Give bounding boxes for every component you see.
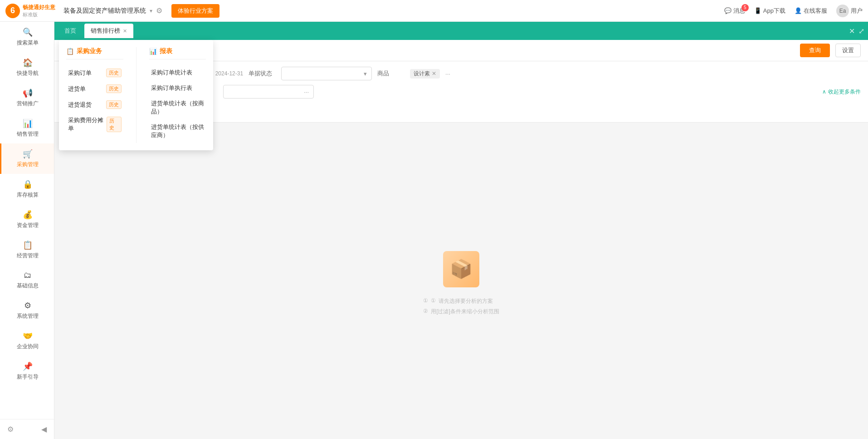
collapse-icon: ∧	[822, 89, 826, 95]
sidebar-settings-btn[interactable]: ⚙	[7, 425, 14, 434]
menu-section-reports: 📊 报表 采购订单统计表 采购订单执行表 进货单统计表（按商品） 进货单统计表（…	[149, 47, 206, 143]
menu-section-purchase-title: 📋 采购业务	[66, 47, 123, 59]
finance-icon: 💰	[23, 210, 33, 220]
voucher-status-label: 单据状态	[249, 69, 276, 78]
sidebar-item-purchase[interactable]: 🛒 采购管理	[0, 143, 54, 174]
logo-icon: 6	[5, 4, 20, 18]
salesperson-dots[interactable]: ···	[304, 89, 309, 95]
sidebar: 🔍 搜索菜单 🏠 快捷导航 📢 营销推广 📊 销售管理 🛒 采购管理 🔒 库存核…	[0, 22, 54, 439]
sidebar-item-system[interactable]: ⚙ 系统管理	[0, 295, 54, 326]
tab-sales-ranking[interactable]: 销售排行榜 ✕	[84, 24, 133, 38]
goods-dots[interactable]: ···	[445, 70, 450, 77]
empty-hint-1: ① 请先选择要分析的方案	[423, 297, 493, 305]
goods-tags: 设计素 ✕	[410, 69, 440, 79]
sidebar-bottom: ⚙ ◀	[0, 419, 54, 439]
menu-divider	[136, 47, 137, 143]
purchase-icon: 🛒	[23, 149, 33, 159]
menu-item-incoming-stats-supplier[interactable]: 进货单统计表（按供应商）	[149, 119, 206, 143]
setting-button[interactable]: 设置	[835, 44, 861, 57]
sales-icon: 📊	[23, 118, 33, 128]
app-download-btn[interactable]: 📱 App下载	[754, 7, 785, 15]
tab-home[interactable]: 首页	[58, 24, 83, 38]
menu-item-incoming[interactable]: 进货单 历史	[66, 81, 123, 97]
sidebar-item-quick-nav[interactable]: 🏠 快捷导航	[0, 52, 54, 83]
basic-info-icon: 🗂	[24, 271, 32, 280]
empty-hints: ① 请先选择要分析的方案 ② 用[过滤]条件来缩小分析范围	[423, 297, 499, 316]
tab-actions: ✕ ⤢	[849, 27, 864, 35]
menu-item-purchase-expense[interactable]: 采购费用分摊单 历史	[66, 113, 123, 136]
salesperson-input[interactable]: ···	[223, 85, 314, 99]
menu-section-purchase: 📋 采购业务 采购订单 历史 进货单 历史 进货退货 历史 采购费用分摊单 历史	[66, 47, 123, 143]
menu-section-reports-title: 📊 报表	[149, 47, 206, 59]
message-badge: 5	[741, 4, 749, 11]
home-icon: 🏠	[23, 58, 33, 68]
search-icon: 🔍	[23, 27, 33, 37]
menu-item-purchase-order-exec[interactable]: 采购订单执行表	[149, 80, 206, 96]
maximize-tab-action[interactable]: ⤢	[858, 27, 864, 35]
sidebar-item-marketing[interactable]: 📢 营销推广	[0, 83, 54, 113]
marketing-icon: 📢	[23, 88, 33, 98]
user-btn[interactable]: Ea 用户	[836, 5, 863, 17]
sidebar-item-finance[interactable]: 💰 资金管理	[0, 204, 54, 235]
logo-text: 畅捷通好生意 标准版	[23, 4, 55, 18]
service-icon: 👤	[795, 7, 802, 14]
operations-icon: 📋	[23, 240, 33, 250]
top-right: 💬 消息 5 📱 App下载 👤 在线客服 Ea 用户	[724, 5, 863, 17]
online-service-btn[interactable]: 👤 在线客服	[795, 7, 827, 15]
close-tab-icon[interactable]: ✕	[123, 28, 127, 34]
incoming-return-history: 历史	[106, 100, 122, 109]
close-tab-action[interactable]: ✕	[849, 27, 855, 35]
menu-item-incoming-return[interactable]: 进货退货 历史	[66, 97, 123, 113]
message-icon: 💬	[724, 7, 731, 14]
menu-item-purchase-order-stats[interactable]: 采购订单统计表	[149, 65, 206, 80]
query-button[interactable]: 查询	[800, 44, 830, 57]
empty-icon	[439, 247, 484, 292]
industry-button[interactable]: 体验行业方案	[171, 4, 219, 18]
purchase-order-history: 历史	[106, 69, 122, 77]
collab-icon: 🤝	[23, 331, 33, 341]
date-value: 2024-12-31	[215, 70, 243, 77]
menu-item-incoming-stats-goods[interactable]: 进货单统计表（按商品）	[149, 96, 206, 119]
sidebar-collapse-btn[interactable]: ◀	[41, 425, 47, 434]
sidebar-item-inventory[interactable]: 🔒 库存核算	[0, 174, 54, 204]
empty-hint-2: ② 用[过滤]条件来缩小分析范围	[423, 308, 499, 316]
phone-icon: 📱	[754, 7, 761, 14]
purchase-expense-history: 历史	[107, 117, 122, 132]
empty-state: ① 请先选择要分析的方案 ② 用[过滤]条件来缩小分析范围	[54, 123, 868, 439]
system-settings-icon[interactable]: ⚙	[156, 6, 162, 15]
system-title: 装备及固定资产辅助管理系统 ▾ ⚙ 体验行业方案	[60, 4, 724, 18]
logo-area: 6 畅捷通好生意 标准版	[5, 4, 60, 18]
goods-label: 商品	[377, 69, 405, 78]
purchase-section-icon: 📋	[66, 48, 74, 55]
tab-bar: 首页 销售排行榜 ✕ ✕ ⤢	[54, 22, 868, 40]
guide-icon: 📌	[23, 361, 33, 371]
empty-icon-visual	[443, 251, 479, 287]
sidebar-item-operations[interactable]: 📋 经营管理	[0, 235, 54, 265]
goods-tag-remove[interactable]: ✕	[432, 70, 436, 77]
system-title-arrow[interactable]: ▾	[150, 8, 152, 14]
incoming-history: 历史	[106, 84, 122, 93]
collapse-btn[interactable]: ∧ 收起更多条件	[822, 88, 861, 96]
purchase-dropdown-menu: 📋 采购业务 采购订单 历史 进货单 历史 进货退货 历史 采购费用分摊单 历史…	[59, 40, 213, 150]
messages-btn[interactable]: 💬 消息 5	[724, 7, 745, 15]
sidebar-item-search[interactable]: 🔍 搜索菜单	[0, 22, 54, 52]
goods-tag: 设计素 ✕	[410, 69, 440, 79]
menu-item-purchase-order[interactable]: 采购订单 历史	[66, 65, 123, 81]
voucher-status-arrow: ▾	[364, 70, 367, 77]
top-bar: 6 畅捷通好生意 标准版 装备及固定资产辅助管理系统 ▾ ⚙ 体验行业方案 💬 …	[0, 0, 868, 22]
system-icon: ⚙	[24, 301, 31, 311]
avatar: Ea	[836, 5, 849, 17]
sidebar-item-guide[interactable]: 📌 新手引导	[0, 356, 54, 386]
voucher-status-input[interactable]: ▾	[281, 67, 372, 80]
sidebar-item-collab[interactable]: 🤝 企业协同	[0, 326, 54, 356]
sidebar-item-basic-info[interactable]: 🗂 基础信息	[0, 265, 54, 295]
reports-section-icon: 📊	[149, 48, 157, 55]
sidebar-item-sales[interactable]: 📊 销售管理	[0, 113, 54, 143]
inventory-icon: 🔒	[23, 179, 33, 189]
